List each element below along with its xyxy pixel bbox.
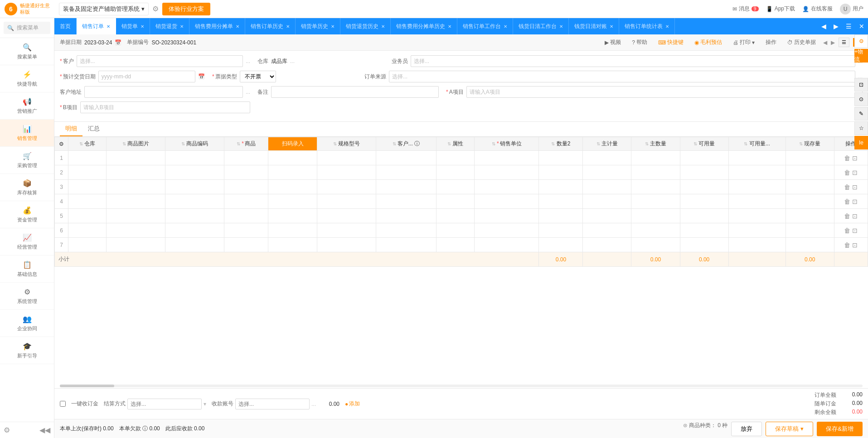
row-qty2[interactable] <box>539 238 583 252</box>
row-unit[interactable] <box>474 194 539 209</box>
list-view-btn[interactable]: ☰ <box>839 38 849 47</box>
tab-close-icon[interactable]: ✕ <box>559 24 563 29</box>
row-qty2[interactable] <box>539 151 583 165</box>
row-unit[interactable] <box>474 180 539 194</box>
row-main-qty[interactable] <box>631 180 680 194</box>
row-main-unit[interactable] <box>583 223 631 238</box>
row-customer-code[interactable] <box>376 238 436 252</box>
row-customer-code[interactable] <box>376 223 436 238</box>
tab-item-销货单[interactable]: 销货单 ✕ <box>116 18 150 34</box>
tab-close-icon[interactable]: ✕ <box>141 24 144 29</box>
sidebar-item-采购管理[interactable]: 🛒 采购管理 <box>0 147 54 174</box>
row-customer-code[interactable] <box>376 180 436 194</box>
history-btn[interactable]: ⏱ 历史单据 <box>784 37 820 48</box>
col-settings[interactable]: ⚙ <box>55 137 68 151</box>
row-stock[interactable] <box>786 209 834 223</box>
sidebar-item-基础信息[interactable]: 📋 基础信息 <box>0 255 54 283</box>
sidebar-item-销售管理[interactable]: 📊 销售管理 <box>0 120 54 147</box>
tab-close-icon[interactable]: ✕ <box>180 24 184 29</box>
user-item[interactable]: U 用户 <box>840 4 863 14</box>
row-attr[interactable] <box>436 223 474 238</box>
row-available[interactable] <box>680 223 728 238</box>
tab-item-销货退货历史[interactable]: 销货退货历史 ✕ <box>340 18 391 34</box>
row-copy-btn[interactable]: ⊡ <box>852 154 858 162</box>
row-available2[interactable] <box>728 209 786 223</box>
method-input[interactable] <box>127 399 202 409</box>
row-warehouse[interactable] <box>68 180 107 194</box>
row-attr[interactable] <box>436 165 474 180</box>
help-btn[interactable]: ? 帮助 <box>628 37 651 48</box>
tab-close-icon[interactable]: ✕ <box>665 24 669 29</box>
tab-item-销售费用分摊单历史[interactable]: 销售费用分摊单历史 ✕ <box>391 18 457 34</box>
row-customer-code[interactable] <box>376 165 436 180</box>
row-delete-btn[interactable]: 🗑 <box>844 169 850 176</box>
one-click-checkbox[interactable] <box>60 401 66 407</box>
row-qty2[interactable] <box>539 209 583 223</box>
save-new-btn[interactable]: 保存&新增 <box>817 422 863 436</box>
row-available[interactable] <box>680 151 728 165</box>
discard-btn[interactable]: 放弃 <box>731 422 762 436</box>
tab-detail[interactable]: 明细 <box>60 122 82 136</box>
row-attr[interactable] <box>436 194 474 209</box>
row-attr[interactable] <box>436 238 474 252</box>
row-copy-btn[interactable]: ⊡ <box>852 227 858 234</box>
customer-dots[interactable]: ... <box>246 58 250 64</box>
row-available[interactable] <box>680 165 728 180</box>
online-service-item[interactable]: 👤 在线客服 <box>802 5 833 13</box>
row-main-unit[interactable] <box>583 194 631 209</box>
row-code[interactable] <box>165 180 224 194</box>
tab-menu-btn[interactable]: ☰ <box>842 18 855 34</box>
row-customer-code[interactable] <box>376 194 436 209</box>
tab-close-icon[interactable]: ✕ <box>381 24 385 29</box>
tab-close-all-btn[interactable]: ✕ <box>855 18 868 34</box>
row-unit[interactable] <box>474 223 539 238</box>
b-project-input[interactable] <box>80 101 250 113</box>
row-available2[interactable] <box>728 238 786 252</box>
tab-item-销售订单[interactable]: 销售订单 ✕ <box>77 18 116 34</box>
row-delete-btn[interactable]: 🗑 <box>844 154 850 162</box>
row-code[interactable] <box>165 165 224 180</box>
horizontal-scrollbar[interactable] <box>60 385 863 387</box>
row-customer-code[interactable] <box>376 151 436 165</box>
tab-close-icon[interactable]: ✕ <box>107 24 110 29</box>
address-dots[interactable]: ... <box>246 89 250 95</box>
save-draft-btn[interactable]: 保存草稿 ▾ <box>766 422 813 436</box>
row-warehouse[interactable] <box>68 165 107 180</box>
calendar-icon[interactable]: 📅 <box>115 39 121 46</box>
row-delete-btn[interactable]: 🗑 <box>844 227 850 234</box>
row-copy-btn[interactable]: ⊡ <box>852 212 858 220</box>
row-qty2[interactable] <box>539 194 583 209</box>
settings-panel-btn[interactable]: ⚙ <box>854 34 868 48</box>
sidebar-item-营销推广[interactable]: 📢 营销推广 <box>0 92 54 120</box>
row-available[interactable] <box>680 238 728 252</box>
delivery-input[interactable] <box>98 71 195 82</box>
row-product[interactable] <box>224 151 268 165</box>
row-code[interactable] <box>165 209 224 223</box>
row-copy-btn[interactable]: ⊡ <box>852 241 858 249</box>
row-unit[interactable] <box>474 165 539 180</box>
row-delete-btn[interactable]: 🗑 <box>844 241 850 249</box>
tab-close-icon[interactable]: ✕ <box>331 24 335 29</box>
row-available[interactable] <box>680 194 728 209</box>
profit-btn[interactable]: ◉ 毛利预估 <box>691 37 726 48</box>
tab-item-钱货日清对账[interactable]: 钱货日清对账 ✕ <box>569 18 619 34</box>
row-warehouse[interactable] <box>68 238 107 252</box>
row-main-unit[interactable] <box>583 238 631 252</box>
row-code[interactable] <box>165 238 224 252</box>
row-product[interactable] <box>224 209 268 223</box>
sidebar-item-资金管理[interactable]: 💰 资金管理 <box>0 201 54 228</box>
sidebar-item-经营管理[interactable]: 📈 经营管理 <box>0 228 54 255</box>
row-unit[interactable] <box>474 151 539 165</box>
settings-icon[interactable]: ⚙ <box>152 5 159 13</box>
right-tool-4[interactable]: ☆ <box>854 121 868 135</box>
row-product[interactable] <box>224 238 268 252</box>
message-item[interactable]: ✉ 消息 9 <box>732 5 759 13</box>
right-tool-1[interactable]: ⊡ <box>854 78 868 91</box>
table-container[interactable]: ⚙ ⇅ 仓库 ⇅ 商品图片 ⇅ 商品编码 ⇅ *商品 扫码录入 ⇅ 规格型号 ⇅… <box>54 137 868 384</box>
tab-item-首页[interactable]: 首页 <box>54 18 77 34</box>
print-btn[interactable]: 🖨 打印 ▾ <box>729 37 758 48</box>
right-tool-2[interactable]: ⊙ <box>854 92 868 106</box>
row-spec[interactable] <box>317 180 376 194</box>
tab-item-钱货日清工作台[interactable]: 钱货日清工作台 ✕ <box>513 18 569 34</box>
warehouse-dots[interactable]: ... <box>290 58 295 64</box>
